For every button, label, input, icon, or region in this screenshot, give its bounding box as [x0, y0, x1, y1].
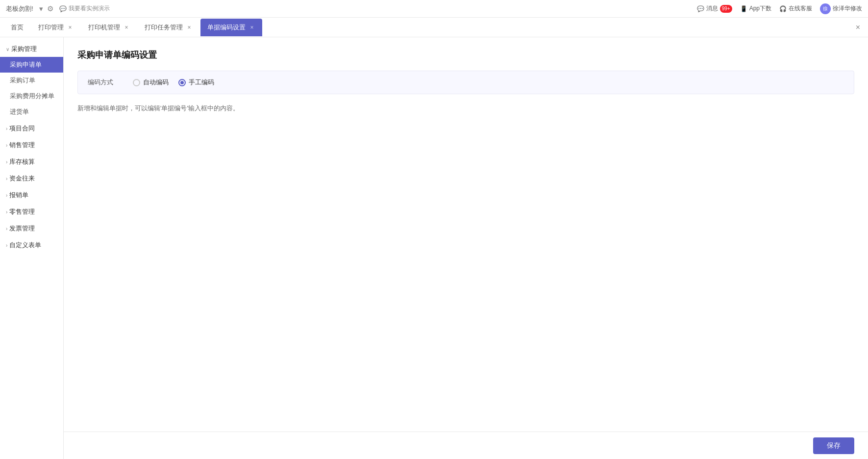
sidebar-group-procurement: ∨ 采购管理 采购申请单 采购订单 采购费用分摊单 进货单: [0, 41, 63, 120]
radio-group: 自动编码 手工编码: [133, 78, 214, 87]
sidebar-group-sales-title[interactable]: › 销售管理: [0, 137, 63, 153]
page-title: 采购申请单编码设置: [77, 49, 854, 61]
main-layout: ∨ 采购管理 采购申请单 采购订单 采购费用分摊单 进货单 › 项目合同: [0, 37, 868, 459]
settings-icon[interactable]: ⚙: [47, 4, 53, 13]
sidebar-group-inventory: › 库存核算: [0, 154, 63, 170]
message-button[interactable]: 💬 消息 99+: [697, 4, 732, 13]
tab-bar: 首页 打印管理 × 打印机管理 × 打印任务管理 × 单据编码设置 × ×: [0, 18, 868, 37]
sidebar-item-goods-receipt-label: 进货单: [10, 108, 29, 115]
sidebar-group-invoice: › 发票管理: [0, 221, 63, 236]
dropdown-icon[interactable]: ▾: [39, 4, 43, 13]
sidebar-item-purchase-expense[interactable]: 采购费用分摊单: [0, 88, 63, 104]
top-bar-left: 老板勿割! ▾ ⚙ 💬 我要看实例演示: [6, 4, 110, 13]
top-bar: 老板勿割! ▾ ⚙ 💬 我要看实例演示 💬 消息 99+ 📱 App下数 🎧 在…: [0, 0, 868, 18]
tab-document-code-settings[interactable]: 单据编码设置 ×: [200, 19, 262, 36]
app-download-button[interactable]: 📱 App下数: [740, 4, 771, 13]
sidebar-group-expense-title[interactable]: › 报销单: [0, 187, 63, 203]
sidebar-group-retail: › 零售管理: [0, 204, 63, 220]
tab-print-management-label: 打印管理: [38, 23, 64, 32]
sidebar-group-invoice-label: 发票管理: [9, 224, 35, 233]
encoding-section: 编码方式 自动编码 手工编码: [77, 71, 854, 94]
tab-document-code-settings-label: 单据编码设置: [207, 23, 246, 32]
demo-icon: 💬: [59, 5, 67, 12]
tab-print-task-management-close[interactable]: ×: [186, 24, 193, 31]
avatar: 徐: [820, 3, 831, 14]
app-label: App下数: [749, 4, 771, 13]
sidebar-item-purchase-expense-label: 采购费用分摊单: [10, 92, 54, 100]
user-menu[interactable]: 徐 徐泽华修改: [820, 3, 862, 14]
sidebar-item-purchase-request-label: 采购申请单: [10, 61, 42, 68]
sidebar-item-purchase-request[interactable]: 采购申请单: [0, 57, 63, 73]
tab-document-code-settings-close[interactable]: ×: [248, 24, 255, 31]
message-badge: 99+: [720, 5, 732, 13]
sidebar-item-purchase-order[interactable]: 采购订单: [0, 73, 63, 88]
arrow-right-icon-3: ›: [6, 159, 7, 165]
demo-link[interactable]: 💬 我要看实例演示: [59, 4, 110, 13]
sidebar-group-invoice-title[interactable]: › 发票管理: [0, 221, 63, 236]
hint-text: 新增和编辑单据时，可以编辑'单据编号'输入框中的内容。: [77, 104, 854, 113]
tab-print-task-management[interactable]: 打印任务管理 ×: [138, 19, 199, 36]
tab-printer-management[interactable]: 打印机管理 ×: [81, 19, 137, 36]
message-label: 消息: [706, 4, 718, 13]
tab-printer-management-label: 打印机管理: [88, 23, 120, 32]
sidebar-group-custom-form-title[interactable]: › 自定义表单: [0, 237, 63, 253]
sidebar-group-expense: › 报销单: [0, 187, 63, 203]
radio-manual-input[interactable]: [178, 79, 186, 86]
sidebar-group-custom-form-label: 自定义表单: [9, 241, 41, 250]
sidebar-group-project-contract-title[interactable]: › 项目合同: [0, 121, 63, 136]
service-icon: 🎧: [779, 5, 787, 12]
encoding-row: 编码方式 自动编码 手工编码: [88, 78, 844, 87]
tab-print-task-management-label: 打印任务管理: [145, 23, 183, 32]
top-bar-right: 💬 消息 99+ 📱 App下数 🎧 在线客服 徐 徐泽华修改: [697, 3, 862, 14]
sidebar-group-procurement-title[interactable]: ∨ 采购管理: [0, 41, 63, 57]
arrow-right-icon-5: ›: [6, 193, 7, 198]
sidebar-item-goods-receipt[interactable]: 进货单: [0, 104, 63, 120]
tab-print-management-close[interactable]: ×: [67, 24, 74, 31]
arrow-right-icon-8: ›: [6, 243, 7, 248]
online-service-button[interactable]: 🎧 在线客服: [779, 4, 812, 13]
brand-text: 老板勿割!: [6, 4, 33, 13]
content-area: 采购申请单编码设置 编码方式 自动编码 手工编码: [64, 37, 868, 432]
arrow-right-icon-7: ›: [6, 226, 7, 231]
top-bar-icons: ▾ ⚙: [39, 4, 53, 13]
arrow-right-icon-4: ›: [6, 176, 7, 181]
tab-print-management[interactable]: 打印管理 ×: [31, 19, 80, 36]
arrow-right-icon-1: ›: [6, 126, 7, 131]
radio-auto-input[interactable]: [133, 79, 140, 86]
sidebar-group-procurement-label: 采购管理: [11, 45, 37, 53]
sidebar-group-expense-label: 报销单: [9, 191, 28, 200]
username-label: 徐泽华修改: [833, 4, 862, 13]
tab-home-label: 首页: [11, 23, 24, 32]
sidebar-group-capital: › 资金往来: [0, 171, 63, 186]
radio-manual-label: 手工编码: [189, 78, 214, 87]
encoding-label: 编码方式: [88, 78, 117, 87]
sidebar-group-sales: › 销售管理: [0, 137, 63, 153]
radio-auto-item[interactable]: 自动编码: [133, 78, 169, 87]
arrow-right-icon-6: ›: [6, 209, 7, 215]
sidebar-group-capital-title[interactable]: › 资金往来: [0, 171, 63, 186]
main-content: 采购申请单编码设置 编码方式 自动编码 手工编码: [64, 37, 868, 459]
footer-bar: 保存: [64, 432, 868, 459]
tab-bar-close-all[interactable]: ×: [852, 23, 864, 32]
sidebar-group-retail-label: 零售管理: [9, 207, 35, 216]
sidebar-group-project-contract: › 项目合同: [0, 121, 63, 136]
arrow-down-icon: ∨: [6, 47, 9, 52]
sidebar-group-custom-form: › 自定义表单: [0, 237, 63, 253]
service-label: 在线客服: [789, 4, 812, 13]
sidebar-group-retail-title[interactable]: › 零售管理: [0, 204, 63, 220]
message-icon: 💬: [697, 5, 704, 12]
sidebar-group-inventory-title[interactable]: › 库存核算: [0, 154, 63, 170]
radio-manual-item[interactable]: 手工编码: [178, 78, 214, 87]
sidebar: ∨ 采购管理 采购申请单 采购订单 采购费用分摊单 进货单 › 项目合同: [0, 37, 64, 459]
save-button[interactable]: 保存: [813, 437, 854, 454]
demo-text: 我要看实例演示: [69, 4, 110, 13]
sidebar-item-purchase-order-label: 采购订单: [10, 76, 35, 84]
radio-auto-label: 自动编码: [143, 78, 169, 87]
tab-printer-management-close[interactable]: ×: [123, 24, 130, 31]
tab-home[interactable]: 首页: [4, 19, 30, 36]
sidebar-group-project-contract-label: 项目合同: [9, 124, 35, 133]
app-icon: 📱: [740, 5, 747, 12]
arrow-right-icon-2: ›: [6, 143, 7, 148]
sidebar-group-capital-label: 资金往来: [9, 174, 35, 183]
sidebar-group-sales-label: 销售管理: [9, 141, 35, 150]
